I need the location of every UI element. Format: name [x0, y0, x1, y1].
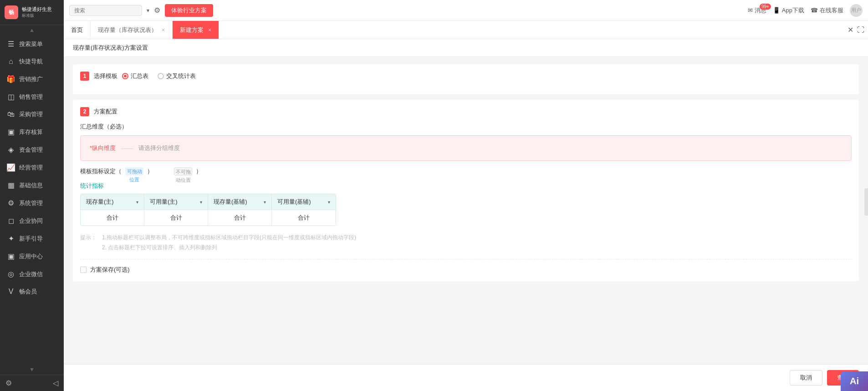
footer-bar: 取消 查询 [64, 364, 868, 391]
col2-chevron-icon[interactable]: ▾ [200, 200, 202, 205]
tip-text-2: 2. 点击标题栏下拉可设置排序、插入列和删除列 [80, 243, 852, 253]
stats-col-4[interactable]: 可用量(基辅) ▾ [272, 194, 336, 210]
app-icon: 📱 [773, 7, 780, 14]
app-label: App下载 [782, 6, 804, 15]
sidebar-item-search-menu[interactable]: ☰ 搜索菜单 [0, 35, 64, 53]
stats-table-header: 现存量(主) ▾ 可用量(主) ▾ 现存量(基辅) ▾ [81, 194, 336, 210]
sidebar-item-cooperation[interactable]: ◻ 企业协同 [0, 212, 64, 230]
sidebar-item-label: 新手引导 [19, 235, 43, 243]
sidebar-item-system[interactable]: ⚙ 系统管理 [0, 194, 64, 212]
stats-cell-3: 合计 [208, 210, 272, 226]
sidebar-item-label: 企业微信 [19, 270, 43, 278]
dimension-box: *纵向维度 —— 请选择分组维度 [80, 135, 852, 161]
dimension-placeholder[interactable]: 请选择分组维度 [138, 144, 180, 152]
radio-cross-dot [158, 73, 164, 79]
right-expand-handle[interactable] [864, 188, 868, 216]
col1-chevron-icon[interactable]: ▾ [136, 200, 138, 205]
main-area: ▾ ⚙ 体验行业方案 ✉ 消息 99+ 📱 App下载 ☎ 在线客服 用户 [64, 0, 868, 391]
marketing-icon: 🎁 [6, 75, 15, 83]
sidebar-item-label: 快捷导航 [19, 57, 43, 66]
search-input[interactable] [69, 5, 142, 16]
app-download-btn[interactable]: 📱 App下载 [773, 6, 804, 15]
collapse-icon[interactable]: ◁ [53, 379, 58, 387]
stats-col-3[interactable]: 现存量(基辅) ▾ [208, 194, 272, 210]
service-label: 在线客服 [820, 6, 843, 15]
system-icon: ⚙ [6, 199, 15, 207]
sidebar-item-purchase[interactable]: 🛍 采购管理 [0, 106, 64, 123]
sidebar-item-finance[interactable]: ◈ 资金管理 [0, 141, 64, 159]
sidebar-item-label: 资金管理 [19, 146, 43, 154]
online-service-btn[interactable]: ☎ 在线客服 [811, 6, 843, 15]
sidebar-item-basic-info[interactable]: ▦ 基础信息 [0, 176, 64, 194]
tab-close-all-btn[interactable]: ✕ [848, 26, 853, 34]
gear-icon[interactable]: ⚙ [154, 6, 160, 15]
sidebar-item-operations[interactable]: 📈 经营管理 [0, 159, 64, 176]
dropdown-chevron-icon[interactable]: ▾ [147, 7, 149, 14]
sidebar-scroll-down[interactable]: ▼ [0, 365, 64, 375]
radio-cross[interactable]: 交叉统计表 [158, 72, 196, 80]
vip-icon: V [6, 288, 15, 296]
tab-inventory-status[interactable]: 现存量（库存状况表） × [91, 21, 173, 39]
sidebar-item-quick-nav[interactable]: ⌂ 快捷导航 [0, 53, 64, 70]
sidebar-item-inventory[interactable]: ▣ 库存核算 [0, 123, 64, 141]
tab-inventory-close-icon[interactable]: × [162, 27, 165, 33]
trial-btn[interactable]: 体验行业方案 [165, 4, 213, 17]
avatar-placeholder: 用户 [851, 7, 861, 14]
sidebar-item-label: 基础信息 [19, 181, 43, 190]
dimension-row: *纵向维度 —— 请选择分组维度 [90, 144, 842, 152]
tab-expand-btn[interactable]: ⛶ [857, 26, 864, 34]
sidebar-item-label: 应用中心 [19, 252, 43, 261]
sidebar-item-label: 企业协同 [19, 217, 43, 225]
sidebar-nav: ☰ 搜索菜单 ⌂ 快捷导航 🎁 营销推广 ◫ 销售管理 🛍 采购管理 ▣ 库存核… [0, 35, 64, 365]
enterprise-wechat-icon: ◎ [6, 270, 15, 278]
step2-section: 2 方案配置 汇总维度（必选） *纵向维度 —— 请选择分组维度 模板指标设定（ [73, 100, 859, 281]
sidebar-item-vip-member[interactable]: V 畅会员 [0, 283, 64, 300]
template-radio-group: 汇总表 交叉统计表 [122, 72, 196, 80]
search-menu-icon: ☰ [6, 40, 15, 48]
tab-new-plan[interactable]: 新建方案 × [173, 21, 219, 39]
page-header: 现存量(库存状况表)方案设置 [64, 39, 868, 57]
stats-cell-4: 合计 [272, 210, 336, 226]
new-guide-icon: ✦ [6, 234, 15, 243]
user-avatar[interactable]: 用户 [850, 4, 863, 17]
step1-badge: 1 [80, 72, 89, 81]
step1-title: 选择模板 [94, 72, 117, 80]
stats-col-2[interactable]: 可用量(主) ▾ [144, 194, 208, 210]
stats-table-body: 合计 合计 合计 合计 [81, 210, 336, 226]
tab-home[interactable]: 首页 [64, 21, 91, 39]
stats-col-2-label: 可用量(主) [150, 198, 178, 206]
draggable-tag: 可拖动位置 [125, 167, 143, 175]
dimension-dash: —— [121, 145, 133, 152]
radio-summary[interactable]: 汇总表 [122, 72, 148, 80]
save-checkbox[interactable] [80, 267, 87, 273]
tab-new-plan-close-icon[interactable]: × [208, 27, 211, 33]
dimension-label: 汇总维度（必选） [80, 123, 852, 131]
dimension-field-label: *纵向维度 [90, 144, 116, 152]
sidebar-item-app-center[interactable]: ▣ 应用中心 [0, 247, 64, 265]
save-row: 方案保存(可选) [80, 266, 852, 274]
save-label: 方案保存(可选) [90, 266, 130, 274]
sidebar-item-label: 采购管理 [19, 110, 43, 118]
sidebar-item-new-guide[interactable]: ✦ 新手引导 [0, 230, 64, 247]
sidebar-item-sales[interactable]: ◫ 销售管理 [0, 88, 64, 106]
message-badge: 99+ [760, 4, 771, 10]
message-icon: ✉ [748, 7, 753, 14]
sidebar-item-enterprise-wechat[interactable]: ◎ 企业微信 [0, 265, 64, 283]
stats-section: 统计指标 现存量(主) ▾ 可用量(主) ▾ [80, 182, 852, 227]
sidebar-item-label: 库存核算 [19, 128, 43, 136]
sidebar: 畅 畅捷通好生意 标准版 ▲ ☰ 搜索菜单 ⌂ 快捷导航 🎁 营销推广 ◫ 销售… [0, 0, 64, 391]
cancel-button[interactable]: 取消 [790, 370, 822, 386]
stats-table: 现存量(主) ▾ 可用量(主) ▾ 现存量(基辅) ▾ [80, 194, 336, 226]
stats-col-1[interactable]: 现存量(主) ▾ [81, 194, 144, 210]
tab-home-label: 首页 [71, 26, 83, 34]
not-draggable-tag: 不可拖动位置 [174, 167, 192, 175]
col3-chevron-icon[interactable]: ▾ [264, 200, 266, 205]
content-area: 现存量(库存状况表)方案设置 1 选择模板 汇总表 交叉统计表 [64, 39, 868, 364]
col4-chevron-icon[interactable]: ▾ [328, 200, 330, 205]
sidebar-scroll-up[interactable]: ▲ [0, 25, 64, 35]
settings-icon[interactable]: ⚙ [5, 379, 12, 387]
ai-badge[interactable]: Ai [841, 371, 868, 391]
sidebar-item-marketing[interactable]: 🎁 营销推广 [0, 70, 64, 88]
stats-cell-1: 合计 [81, 210, 144, 226]
message-btn[interactable]: ✉ 消息 99+ [748, 6, 766, 15]
